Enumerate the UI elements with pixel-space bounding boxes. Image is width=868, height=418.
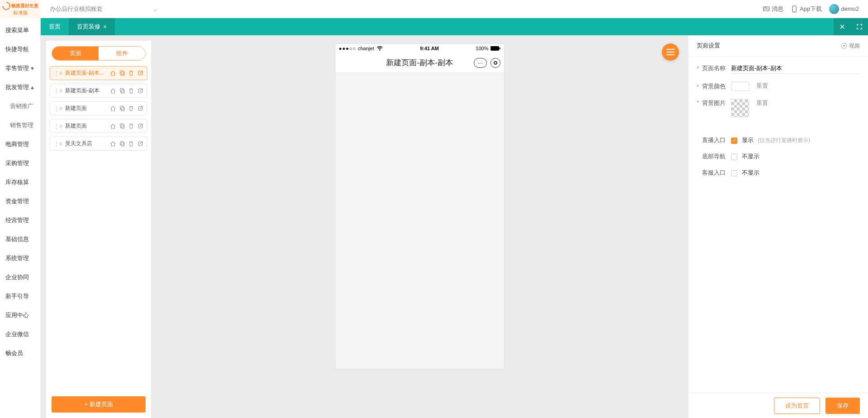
external-link-icon[interactable]	[137, 141, 143, 147]
main-tab[interactable]: 首页装修×	[69, 18, 115, 35]
phone-body[interactable]	[335, 73, 504, 369]
sidenav-item-label: 经营管理	[5, 216, 29, 224]
sidenav-item-14[interactable]: 新手引导	[0, 287, 40, 306]
canvas: ●●●○○ chanjet 9:41 AM 100%	[151, 35, 688, 418]
drag-handle-icon[interactable]: ⋮≡	[54, 70, 62, 76]
copy-icon[interactable]	[119, 105, 125, 112]
app-download-link[interactable]: App下载	[791, 5, 822, 13]
phone-icon	[791, 5, 798, 13]
svg-rect-8	[121, 107, 124, 111]
page-name-input[interactable]	[731, 63, 860, 74]
caret-down-icon: ▼	[30, 66, 35, 71]
page-item[interactable]: ⋮≡新建页面	[50, 101, 147, 115]
bottom-nav-opt-label: 不显示	[742, 153, 760, 160]
brand-logo[interactable]: 畅捷通好生意 标准版	[0, 0, 41, 18]
bg-image-picker[interactable]	[731, 99, 749, 117]
sidenav-item-label: 零售管理	[5, 64, 29, 72]
sidenav-item-16[interactable]: 企业微信	[0, 325, 40, 344]
drag-handle-icon[interactable]: ⋮≡	[54, 123, 62, 129]
sidenav-item-17[interactable]: 畅会员	[0, 344, 40, 363]
pagelist-tab-component[interactable]: 组件	[99, 47, 145, 60]
messages-link[interactable]: 消息	[763, 5, 783, 13]
live-entry-hint: (仅当进行直播时展示)	[758, 137, 810, 143]
svg-rect-9	[120, 124, 123, 127]
account-selector[interactable]: 办公品行业模拟账套 ⌄	[50, 5, 158, 13]
bottom-nav-checkbox[interactable]	[731, 154, 737, 160]
bg-image-reset[interactable]: 重置	[756, 100, 768, 106]
user-menu[interactable]: demo2	[829, 4, 859, 14]
drag-handle-icon[interactable]: ⋮≡	[54, 105, 62, 112]
delete-icon[interactable]	[128, 70, 134, 76]
set-as-home-button[interactable]: 设为首页	[774, 398, 820, 414]
home-icon[interactable]	[110, 123, 116, 129]
live-entry-checkbox[interactable]: ✓	[731, 138, 737, 144]
battery-icon	[491, 46, 500, 51]
page-item[interactable]: ⋮≡新建页面	[50, 119, 147, 133]
delete-icon[interactable]	[128, 141, 134, 147]
miniprogram-menu-icon[interactable]: ···	[474, 58, 487, 68]
sidenav-item-15[interactable]: 应用中心	[0, 306, 40, 325]
home-icon[interactable]	[110, 88, 116, 94]
sidenav-item-13[interactable]: 企业协同	[0, 268, 40, 287]
home-icon[interactable]	[110, 105, 116, 112]
external-link-icon[interactable]	[137, 88, 143, 94]
copy-icon[interactable]	[119, 123, 125, 129]
home-icon[interactable]	[110, 70, 116, 76]
drag-handle-icon[interactable]: ⋮≡	[54, 88, 62, 94]
brand-name: 畅捷通好生意	[11, 3, 38, 9]
sidenav-item-1[interactable]: 快捷导航	[0, 40, 40, 59]
sidenav-item-12[interactable]: 系统管理	[0, 249, 40, 268]
external-link-icon[interactable]	[137, 123, 143, 129]
close-all-tabs[interactable]	[834, 18, 851, 35]
avatar	[829, 4, 839, 14]
home-icon[interactable]	[110, 141, 116, 147]
service-entry-opt-label: 不显示	[742, 169, 760, 176]
svg-rect-6	[121, 90, 124, 93]
sidenav-item-8[interactable]: 库存核算	[0, 173, 40, 192]
service-entry-checkbox[interactable]	[731, 170, 737, 176]
copy-icon[interactable]	[119, 70, 125, 76]
bg-color-reset[interactable]: 重置	[756, 82, 768, 89]
component-drawer-toggle[interactable]	[662, 43, 679, 61]
page-item[interactable]: ⋮≡昊天文具店	[50, 137, 147, 151]
sidenav-item-7[interactable]: 采购管理	[0, 154, 40, 173]
video-help-link[interactable]: 视频	[841, 42, 860, 50]
delete-icon[interactable]	[128, 105, 134, 112]
phone-preview: ●●●○○ chanjet 9:41 AM 100%	[335, 43, 505, 369]
bg-color-label: 背景颜色	[702, 82, 731, 90]
delete-icon[interactable]	[128, 123, 134, 129]
drag-handle-icon[interactable]: ⋮≡	[54, 141, 62, 147]
new-page-button[interactable]: + 新建页面	[52, 396, 146, 413]
sidenav-item-0[interactable]: 搜索菜单	[0, 21, 40, 40]
copy-icon[interactable]	[119, 88, 125, 94]
svg-rect-7	[120, 106, 123, 109]
delete-icon[interactable]	[128, 88, 134, 94]
copy-icon[interactable]	[119, 141, 125, 147]
close-icon[interactable]: ×	[103, 23, 107, 30]
messages-label: 消息	[772, 5, 783, 13]
sidenav-item-2[interactable]: 零售管理▼	[0, 59, 40, 78]
sidenav-item-11[interactable]: 基础信息	[0, 230, 40, 249]
page-item[interactable]: ⋮≡新建页面-副本	[50, 84, 147, 98]
pagelist-tabs: 页面 组件	[52, 46, 146, 61]
sidenav-item-10[interactable]: 经营管理	[0, 211, 40, 230]
main-tab[interactable]: 首页	[41, 18, 69, 35]
page-item-name: 昊天文具店	[65, 140, 107, 147]
page-item[interactable]: ⋮≡新建页面-副本...	[50, 66, 147, 80]
fullscreen-toggle[interactable]	[851, 18, 868, 35]
bg-color-swatch[interactable]	[731, 82, 749, 91]
sidenav-item-label: 资金管理	[5, 197, 29, 205]
miniprogram-close-icon[interactable]	[491, 58, 500, 68]
sidenav-item-3[interactable]: 批发管理▲	[0, 78, 40, 97]
pagelist-tab-page[interactable]: 页面	[52, 47, 99, 60]
external-link-icon[interactable]	[137, 70, 143, 76]
page-item-name: 新建页面-副本...	[65, 69, 107, 77]
sidenav-item-6[interactable]: 电商管理	[0, 135, 40, 154]
save-button[interactable]: 保存	[826, 398, 860, 414]
phone-titlebar: 新建页面-副本-副本 ···	[335, 53, 504, 73]
sidenav-item-5[interactable]: 销售管理	[0, 116, 40, 135]
sidenav-item-9[interactable]: 资金管理	[0, 192, 40, 211]
external-link-icon[interactable]	[137, 105, 143, 112]
sidenav-item-4[interactable]: 营销推广	[0, 97, 40, 116]
side-nav: 搜索菜单快捷导航零售管理▼批发管理▲营销推广销售管理电商管理采购管理库存核算资金…	[0, 18, 41, 418]
